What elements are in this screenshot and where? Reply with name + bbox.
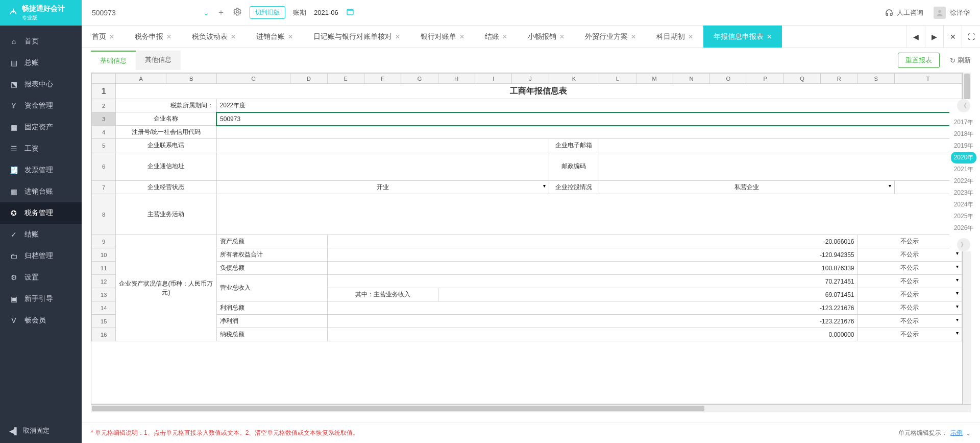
- column-header[interactable]: T: [894, 74, 962, 84]
- close-tab-icon[interactable]: ✕: [767, 33, 772, 40]
- company-selector[interactable]: 500973 ⌄: [92, 9, 209, 17]
- sidebar-item-settings[interactable]: ⚙设置: [0, 267, 82, 288]
- column-header[interactable]: O: [710, 74, 747, 84]
- row-header[interactable]: 8: [92, 194, 116, 235]
- tab-scroll-right[interactable]: ▶: [925, 26, 943, 48]
- sidebar-item-guide[interactable]: ▣新手引导: [0, 288, 82, 310]
- unpin-button[interactable]: ◀▌ 取消固定: [0, 418, 82, 443]
- publicity-select[interactable]: 不公示: [857, 262, 962, 275]
- publicity-select[interactable]: 不公示: [857, 235, 962, 248]
- column-header[interactable]: H: [438, 74, 475, 84]
- consult-button[interactable]: 人工咨询: [885, 8, 923, 17]
- add-company-icon[interactable]: ＋: [217, 7, 225, 18]
- tab-scroll-left[interactable]: ◀: [906, 26, 925, 48]
- cell-value[interactable]: [216, 194, 962, 235]
- close-tab-icon[interactable]: ✕: [459, 33, 464, 40]
- column-header[interactable]: P: [747, 74, 783, 84]
- fin-value[interactable]: 0.000000: [327, 328, 857, 341]
- row-header[interactable]: 14: [92, 301, 116, 315]
- row-header[interactable]: 6: [92, 152, 116, 181]
- row-header[interactable]: 1: [92, 84, 116, 99]
- row-header[interactable]: 10: [92, 248, 116, 262]
- row-header[interactable]: 15: [92, 315, 116, 328]
- year-option[interactable]: 2020年: [951, 152, 977, 164]
- fin-value[interactable]: -20.066016: [327, 235, 857, 248]
- sidebar-item-salary[interactable]: ☰工资: [0, 138, 82, 159]
- year-option[interactable]: 2017年: [951, 116, 977, 128]
- column-header[interactable]: C: [216, 74, 290, 84]
- sidebar-item-archive[interactable]: 🗀归档管理: [0, 245, 82, 267]
- sidebar-item-cash[interactable]: ¥资金管理: [0, 95, 82, 116]
- row-header[interactable]: 9: [92, 235, 116, 248]
- corner-cell[interactable]: [92, 74, 116, 84]
- row-header[interactable]: 12: [92, 275, 116, 288]
- sidebar-item-tax[interactable]: ✪税务管理: [0, 202, 82, 224]
- tab-日记账与银行对账单核对[interactable]: 日记账与银行对账单核对✕: [303, 26, 410, 48]
- fin-value[interactable]: 100.876339: [327, 262, 857, 275]
- close-tab-icon[interactable]: ✕: [631, 33, 636, 40]
- row-header[interactable]: 5: [92, 139, 116, 152]
- tab-科目期初[interactable]: 科目期初✕: [646, 26, 703, 48]
- close-tab-icon[interactable]: ✕: [395, 33, 400, 40]
- column-header[interactable]: S: [857, 74, 894, 84]
- close-tab-icon[interactable]: ✕: [688, 33, 693, 40]
- fin-value[interactable]: 69.071451: [438, 288, 857, 301]
- year-option[interactable]: 2025年: [951, 211, 977, 222]
- close-tab-icon[interactable]: ✕: [231, 33, 236, 40]
- column-header[interactable]: Q: [783, 74, 820, 84]
- column-header[interactable]: A: [116, 74, 166, 84]
- chevron-down-icon[interactable]: ⌄: [966, 430, 971, 437]
- tab-close-all[interactable]: ✕: [943, 26, 962, 48]
- example-link[interactable]: 示例: [950, 429, 963, 437]
- year-option[interactable]: 2024年: [951, 199, 977, 211]
- column-header[interactable]: F: [364, 74, 401, 84]
- fin-value[interactable]: -120.942355: [327, 248, 857, 262]
- sidebar-item-closing[interactable]: ✓结账: [0, 224, 82, 245]
- column-header[interactable]: R: [821, 74, 857, 84]
- horizontal-scrollbar[interactable]: [91, 404, 971, 412]
- sidebar-item-report[interactable]: ⬔报表中心: [0, 74, 82, 95]
- reset-report-button[interactable]: 重置报表: [898, 53, 940, 68]
- year-option[interactable]: 2022年: [951, 175, 977, 187]
- tab-年报信息申报表[interactable]: 年报信息申报表✕: [703, 26, 782, 48]
- tab-税务申报[interactable]: 税务申报✕: [125, 26, 182, 48]
- cell-value[interactable]: [216, 152, 549, 181]
- column-header[interactable]: E: [327, 74, 364, 84]
- column-header[interactable]: L: [599, 74, 636, 84]
- year-next-button[interactable]: 》: [957, 238, 970, 251]
- year-prev-button[interactable]: 《: [957, 99, 970, 112]
- cell-value[interactable]: [599, 152, 962, 181]
- row-header[interactable]: 7: [92, 181, 116, 194]
- column-header[interactable]: D: [290, 74, 327, 84]
- year-option[interactable]: 2023年: [951, 187, 977, 199]
- fin-value[interactable]: 70.271451: [327, 275, 857, 288]
- year-option[interactable]: 2026年: [951, 222, 977, 234]
- sidebar-item-vip[interactable]: V畅会员: [0, 310, 82, 331]
- publicity-select[interactable]: 不公示: [857, 275, 962, 288]
- tab-银行对账单[interactable]: 银行对账单✕: [410, 26, 475, 48]
- close-tab-icon[interactable]: ✕: [166, 33, 172, 40]
- publicity-select[interactable]: 不公示: [857, 315, 962, 328]
- tab-首页[interactable]: 首页✕: [82, 26, 125, 48]
- tab-fullscreen[interactable]: ⛶: [962, 26, 980, 48]
- sidebar-item-home[interactable]: ⌂首页: [0, 31, 82, 52]
- spreadsheet[interactable]: ABCDEFGHIJKLMNOPQRST 1工商年报信息表 2税款所属期间：20…: [91, 73, 963, 404]
- user-menu[interactable]: 徐泽华: [934, 7, 970, 19]
- settings-icon[interactable]: [233, 7, 242, 18]
- subtab-其他信息[interactable]: 其他信息: [136, 51, 181, 70]
- row-header[interactable]: 2: [92, 99, 116, 112]
- column-header[interactable]: G: [401, 74, 438, 84]
- tab-结账[interactable]: 结账✕: [475, 26, 518, 48]
- company-name-input[interactable]: 500973: [216, 112, 962, 126]
- row-header[interactable]: 11: [92, 262, 116, 275]
- close-tab-icon[interactable]: ✕: [502, 33, 507, 40]
- year-option[interactable]: 2019年: [951, 140, 977, 152]
- sidebar-item-inventory[interactable]: ▥进销台账: [0, 181, 82, 202]
- row-header[interactable]: 16: [92, 328, 116, 341]
- row-header[interactable]: 3: [92, 112, 116, 126]
- fin-value[interactable]: -123.221676: [327, 315, 857, 328]
- row-header[interactable]: 13: [92, 288, 116, 301]
- holding-type-select[interactable]: 私营企业: [599, 181, 895, 194]
- row-header[interactable]: 4: [92, 126, 116, 139]
- column-header[interactable]: J: [512, 74, 549, 84]
